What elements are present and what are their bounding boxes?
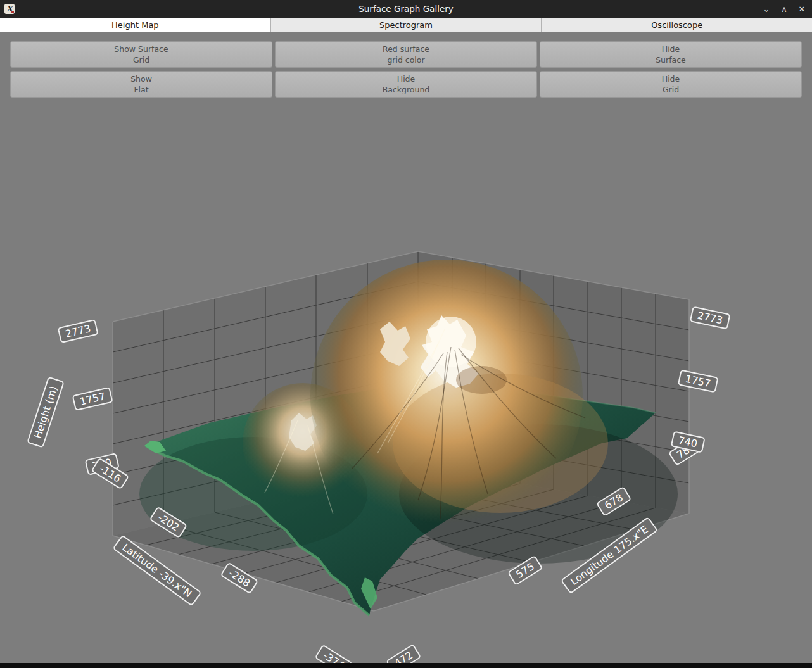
button-label-line1: Red surface (383, 44, 429, 54)
show-flat-button[interactable]: Show Flat (10, 71, 272, 98)
app-icon: X (4, 4, 15, 14)
button-label-line1: Hide (662, 44, 680, 54)
show-surface-grid-button[interactable]: Show Surface Grid (10, 41, 272, 68)
button-label-line2: Grid (663, 84, 679, 95)
screen-bottom-edge (0, 663, 812, 668)
close-button[interactable]: ✕ (797, 4, 807, 14)
button-label-line2: Flat (134, 84, 148, 95)
maximize-button[interactable]: ∧ (779, 4, 789, 14)
tab-oscilloscope[interactable]: Oscilloscope (542, 18, 812, 32)
button-label-line2: Grid (133, 54, 149, 65)
button-toolbar: Show Surface Grid Red surface grid color… (10, 41, 802, 98)
hide-surface-button[interactable]: Hide Surface (540, 41, 802, 68)
button-label-line1: Hide (662, 73, 680, 84)
tab-label: Height Map (111, 20, 159, 30)
window-title: Surface Graph Gallery (0, 4, 812, 14)
button-label-line2: Surface (656, 54, 686, 65)
tab-height-map[interactable]: Height Map (0, 18, 271, 32)
app-window: 2773 1757 740 Height (m) -116 -202 -288 … (0, 0, 812, 668)
window-controls: ⌄ ∧ ✕ (761, 0, 807, 18)
surface-plot-3d[interactable] (0, 0, 812, 668)
titlebar[interactable]: X Surface Graph Gallery ⌄ ∧ ✕ (0, 0, 812, 18)
button-label-line1: Hide (397, 73, 416, 84)
button-label-line2: Background (383, 84, 430, 95)
button-label-line1: Show Surface (114, 44, 168, 54)
tab-bar: Height Map Spectrogram Oscilloscope (0, 18, 812, 32)
shade-button[interactable]: ⌄ (761, 4, 771, 14)
hide-background-button[interactable]: Hide Background (275, 71, 537, 98)
tab-label: Spectrogram (379, 20, 433, 30)
tab-label: Oscilloscope (651, 20, 702, 30)
button-label-line2: grid color (387, 54, 424, 65)
tab-spectrogram[interactable]: Spectrogram (271, 18, 542, 32)
hide-grid-button[interactable]: Hide Grid (540, 71, 802, 98)
button-label-line1: Show (130, 73, 152, 84)
red-surface-grid-color-button[interactable]: Red surface grid color (275, 41, 537, 68)
